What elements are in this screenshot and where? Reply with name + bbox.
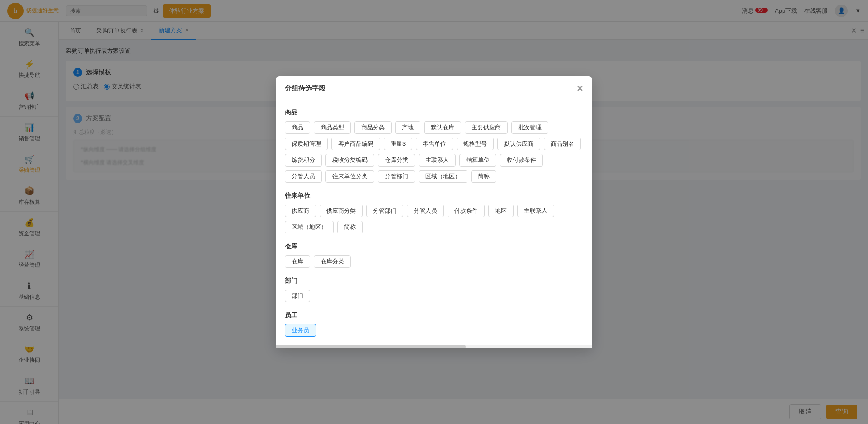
field-tag[interactable]: 商品类型 [314,121,351,134]
section-product: 商品 商品 商品类型 商品分类 产地 默认仓库 主要供应商 批次管理 保质期管理… [285,109,583,183]
field-tag-employee[interactable]: 业务员 [285,324,316,337]
section-employee: 员工 业务员 [285,311,583,337]
field-tag[interactable]: 保质期管理 [285,138,328,150]
field-tag[interactable]: 默认供应商 [497,138,540,150]
section-partner-tags: 供应商 供应商分类 分管部门 分管人员 付款条件 地区 主联系人 区域（地区） … [285,205,583,233]
section-product-tags: 商品 商品类型 商品分类 产地 默认仓库 主要供应商 批次管理 保质期管理 客户… [285,121,583,183]
field-tag[interactable]: 商品分类 [354,121,392,134]
field-tag[interactable]: 仓库分类 [314,255,351,268]
dialog-header: 分组待选字段 ✕ [276,76,592,101]
field-tag[interactable]: 供应商 [285,205,316,217]
field-tag[interactable]: 重量3 [384,138,412,150]
field-tag[interactable]: 地区 [488,205,514,217]
field-tag[interactable]: 简称 [337,221,363,233]
section-product-title: 商品 [285,109,583,117]
field-tag[interactable]: 分管人员 [285,170,322,183]
section-warehouse: 仓库 仓库 仓库分类 [285,243,583,268]
field-tag[interactable]: 分管部门 [366,205,403,217]
field-tag[interactable]: 炼货积分 [285,154,322,167]
section-partner: 往来单位 供应商 供应商分类 分管部门 分管人员 付款条件 地区 主联系人 区域… [285,192,583,233]
section-department-tags: 部门 [285,290,583,302]
field-tag[interactable]: 分管人员 [407,205,444,217]
field-tag[interactable]: 零售单位 [416,138,453,150]
field-tag[interactable]: 仓库 [285,255,310,268]
dialog-close-icon[interactable]: ✕ [576,84,583,94]
section-employee-title: 员工 [285,311,583,319]
field-tag[interactable]: 主要供应商 [465,121,508,134]
field-tag[interactable]: 主联系人 [419,154,456,167]
section-department-title: 部门 [285,277,583,285]
field-tag[interactable]: 商品别名 [544,138,581,150]
field-tag[interactable]: 结算单位 [459,154,496,167]
field-tag[interactable]: 部门 [285,290,310,302]
field-selection-dialog: 分组待选字段 ✕ 商品 商品 商品类型 商品分类 产地 默认仓库 主要供应商 批… [276,76,592,348]
field-tag[interactable]: 收付款条件 [500,154,543,167]
field-tag[interactable]: 区域（地区） [419,170,467,183]
h-scrollbar-thumb [276,345,466,348]
field-tag[interactable]: 分管部门 [378,170,415,183]
field-tag[interactable]: 批次管理 [511,121,548,134]
field-tag[interactable]: 产地 [395,121,420,134]
dialog-h-scrollbar[interactable] [276,345,592,348]
field-tag[interactable]: 供应商分类 [320,205,363,217]
field-tag[interactable]: 付款条件 [448,205,485,217]
section-warehouse-title: 仓库 [285,243,583,251]
field-tag[interactable]: 区域（地区） [285,221,334,233]
field-tag[interactable]: 税收分类编码 [326,154,374,167]
field-tag[interactable]: 简称 [471,170,496,183]
dialog-title: 分组待选字段 [285,84,326,93]
section-department: 部门 部门 [285,277,583,302]
field-tag[interactable]: 规格型号 [457,138,494,150]
section-warehouse-tags: 仓库 仓库分类 [285,255,583,268]
field-tag[interactable]: 商品 [285,121,310,134]
field-tag[interactable]: 客户商品编码 [331,138,380,150]
section-employee-tags: 业务员 [285,324,583,337]
dialog-overlay: 分组待选字段 ✕ 商品 商品 商品类型 商品分类 产地 默认仓库 主要供应商 批… [0,0,868,424]
section-partner-title: 往来单位 [285,192,583,200]
field-tag[interactable]: 仓库分类 [378,154,415,167]
field-tag[interactable]: 往来单位分类 [326,170,374,183]
dialog-body[interactable]: 商品 商品 商品类型 商品分类 产地 默认仓库 主要供应商 批次管理 保质期管理… [276,101,592,345]
field-tag[interactable]: 主联系人 [517,205,554,217]
field-tag[interactable]: 默认仓库 [424,121,461,134]
